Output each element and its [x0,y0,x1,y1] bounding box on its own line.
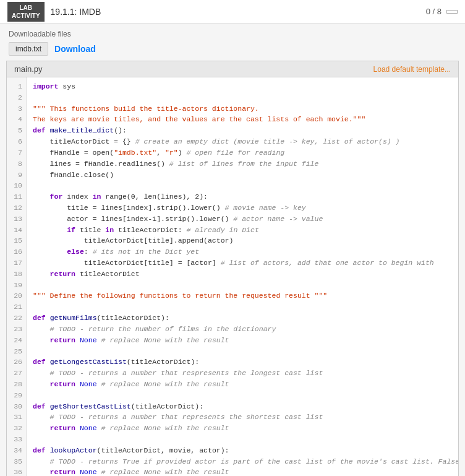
header-title: 19.1.1: IMDB [51,7,101,17]
lab-activity-badge: LAB ACTIVITY [7,2,45,22]
load-template-button[interactable]: Load default template... [373,65,451,74]
editor-filename: main.py [14,64,43,74]
download-button[interactable]: Download [54,44,96,54]
line-numbers: 12345 678910 1112131415 1617181920 21222… [7,77,27,476]
header-left: LAB ACTIVITY 19.1.1: IMDB [7,2,101,22]
downloadable-section: Downloadable files imdb.txt Download [0,24,465,61]
editor-header: main.py Load default template... [7,61,458,77]
score-display: 0 / 8 [426,7,442,16]
editor-container: main.py Load default template... 12345 6… [6,61,459,476]
header: LAB ACTIVITY 19.1.1: IMDB 0 / 8 [0,0,465,24]
code-content[interactable]: import sys """ This functions build the … [27,77,458,476]
score-box [446,10,458,14]
file-chip: imdb.txt [9,42,48,56]
code-area[interactable]: 12345 678910 1112131415 1617181920 21222… [7,77,458,476]
download-row: imdb.txt Download [9,42,456,56]
header-right: 0 / 8 [426,7,458,16]
downloadable-label: Downloadable files [9,30,456,38]
